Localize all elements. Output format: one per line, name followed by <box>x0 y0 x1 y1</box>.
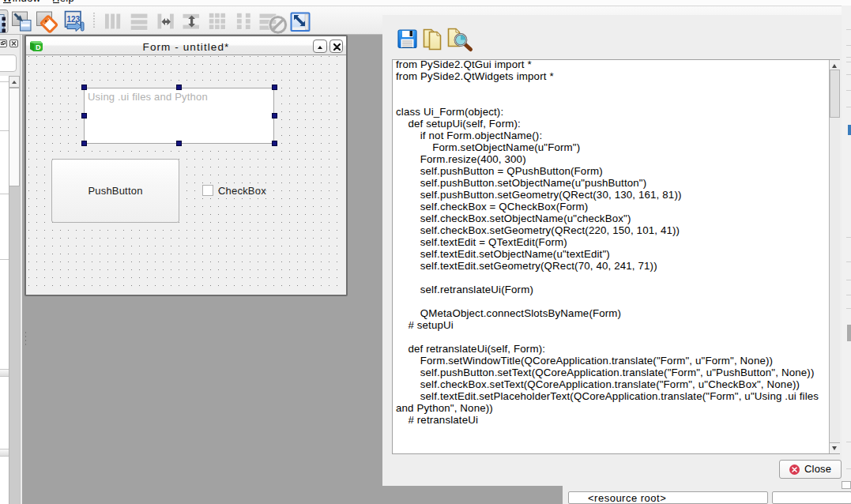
svg-text:123: 123 <box>67 15 81 24</box>
